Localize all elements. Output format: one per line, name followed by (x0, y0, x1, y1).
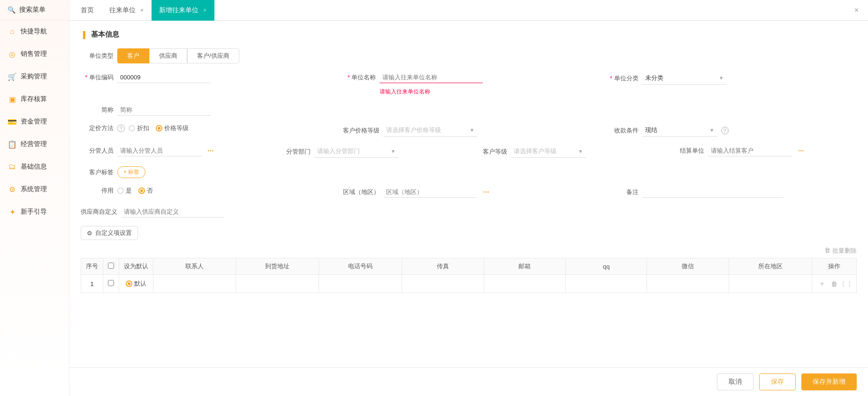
unit-code-input[interactable] (117, 72, 211, 83)
payment-help-icon[interactable]: ? (721, 127, 729, 134)
cell-checkbox (103, 275, 119, 293)
save-add-button[interactable]: 保存并新增 (801, 373, 857, 390)
cell-email (484, 275, 565, 293)
guide-icon: ✦ (8, 207, 17, 217)
tab-counterparty-close[interactable]: × (140, 7, 144, 14)
unit-type-supplier-btn[interactable]: 供应商 (149, 48, 187, 63)
sidebar-label-basic-info: 基础信息 (21, 163, 47, 171)
tab-counterparty[interactable]: 往来单位 × (102, 0, 152, 21)
area-input[interactable] (734, 280, 807, 287)
sidebar-item-basic-info[interactable]: 🗂 基础信息 (0, 155, 69, 178)
pricing-level-radio[interactable]: 价格等级 (156, 124, 189, 132)
disabled-no-radio[interactable]: 否 (138, 186, 153, 195)
row-checkbox[interactable] (108, 280, 114, 286)
tab-new-counterparty-label: 新增往来单位 (159, 6, 198, 15)
col-phone: 电话号码 (319, 258, 402, 275)
cell-default: 默认 (119, 275, 153, 293)
sidebar-item-system[interactable]: ⚙ 系统管理 (0, 178, 69, 201)
cell-area (729, 275, 812, 293)
address-input[interactable] (241, 280, 314, 287)
region-more-btn[interactable]: ··· (481, 188, 491, 196)
select-all-checkbox[interactable] (108, 263, 114, 269)
disabled-yes-radio[interactable]: 是 (117, 186, 132, 195)
unit-category-value: 未分类 (645, 74, 717, 82)
col-checkbox (103, 258, 119, 275)
manager-more-btn[interactable]: ··· (206, 147, 215, 155)
col-wechat: 微信 (647, 258, 729, 275)
sidebar-item-finance[interactable]: 💳 资金管理 (0, 110, 69, 133)
pricing-discount-radio[interactable]: 折扣 (129, 124, 149, 132)
unit-category-select[interactable]: 未分类 ▼ (642, 72, 727, 85)
settlement-unit-label: 结算单位 (671, 147, 704, 155)
department-select[interactable]: 请输入分管部门 ▼ (314, 145, 399, 158)
wechat-input[interactable] (652, 280, 723, 287)
pricing-help-icon[interactable]: ? (117, 124, 125, 132)
delete-row-button[interactable]: 🗑 (829, 279, 839, 289)
settlement-unit-more-btn[interactable]: ··· (796, 147, 806, 155)
sidebar-item-sales[interactable]: ◎ 销售管理 (0, 43, 69, 65)
supplier-custom-field: 供应商自定义 (81, 206, 857, 217)
system-icon: ⚙ (8, 185, 17, 194)
col-contact: 联系人 (153, 258, 236, 275)
unit-type-customer-btn[interactable]: 客户 (117, 48, 149, 63)
cell-qq (566, 275, 647, 293)
sidebar-search[interactable]: 🔍 搜索菜单 (0, 0, 69, 20)
customer-level-select[interactable]: 请选择客户等级 ▼ (511, 145, 586, 158)
sidebar-label-system: 系统管理 (21, 185, 47, 194)
inventory-icon: ▣ (8, 94, 17, 104)
add-tag-button[interactable]: + 标签 (117, 166, 145, 178)
region-field: 区域（地区） ··· (343, 186, 594, 198)
supplier-custom-input[interactable] (121, 206, 224, 217)
cell-action: ＋ 🗑 ⋮⋮ (812, 275, 856, 293)
department-arrow: ▼ (391, 148, 396, 154)
disabled-row: 停用 是 否 区域（地区） ··· (81, 186, 857, 198)
settlement-unit-input[interactable] (708, 145, 792, 156)
email-input[interactable] (489, 280, 561, 287)
col-email: 邮箱 (484, 258, 565, 275)
remark-input[interactable] (642, 186, 783, 198)
customer-price-level-select[interactable]: 请选择客户价格等级 ▼ (383, 124, 477, 137)
manager-input[interactable] (117, 145, 202, 156)
payment-terms-field: 收款条件 现结 ▼ ? (606, 124, 857, 137)
unit-name-input[interactable] (380, 72, 483, 83)
gear-icon: ⚙ (87, 230, 92, 237)
add-row-button[interactable]: ＋ (817, 279, 827, 289)
department-placeholder: 请输入分管部门 (317, 147, 389, 155)
save-button[interactable]: 保存 (759, 373, 796, 390)
customer-tag-field: 客户标签 + 标签 (81, 166, 857, 178)
sidebar-label-sales: 销售管理 (21, 50, 47, 58)
customer-level-field: 客户等级 请选择客户等级 ▼ (474, 145, 660, 158)
tab-new-counterparty[interactable]: 新增往来单位 × (152, 0, 214, 21)
fax-input[interactable] (407, 280, 479, 287)
sidebar-item-quick-nav[interactable]: ⌂ 快捷导航 (0, 20, 69, 43)
customer-price-level-placeholder: 请选择客户价格等级 (386, 126, 467, 134)
sidebar-item-purchase[interactable]: 🛒 采购管理 (0, 65, 69, 88)
batch-delete-label[interactable]: 批量删除 (832, 247, 857, 255)
customer-price-level-arrow: ▼ (469, 127, 474, 133)
unit-type-both-btn[interactable]: 客户/供应商 (187, 48, 239, 63)
tab-home[interactable]: 首页 (73, 0, 102, 21)
pricing-method-field: 定价方法 ? 折扣 价格等级 (81, 124, 332, 132)
drag-handle[interactable]: ⋮⋮ (841, 279, 852, 289)
qq-input[interactable] (571, 280, 642, 287)
payment-terms-arrow: ▼ (709, 127, 715, 133)
col-qq: qq (566, 258, 647, 275)
cancel-button[interactable]: 取消 (717, 373, 754, 390)
short-name-input[interactable] (117, 104, 211, 116)
default-radio-item[interactable]: 默认 (124, 280, 148, 288)
col-address: 到货地址 (236, 258, 319, 275)
sidebar-label-inventory: 库存核算 (21, 95, 47, 103)
phone-input[interactable] (324, 280, 397, 287)
sidebar-item-operations[interactable]: 📋 经营管理 (0, 133, 69, 155)
region-input[interactable] (383, 186, 477, 198)
contact-input[interactable] (158, 280, 231, 287)
region-label: 区域（地区） (343, 188, 380, 196)
payment-terms-select[interactable]: 现结 ▼ (642, 124, 717, 137)
tab-new-counterparty-close[interactable]: × (203, 7, 206, 14)
sidebar-item-inventory[interactable]: ▣ 库存核算 (0, 88, 69, 110)
custom-settings-button[interactable]: ⚙ 自定义项设置 (81, 226, 138, 240)
customer-level-label: 客户等级 (474, 148, 507, 156)
sidebar-item-guide[interactable]: ✦ 新手引导 (0, 201, 69, 223)
window-close-button[interactable]: × (849, 6, 864, 15)
sidebar: 🔍 搜索菜单 ⌂ 快捷导航 ◎ 销售管理 🛒 采购管理 ▣ 库存核算 💳 资金管… (0, 0, 69, 396)
